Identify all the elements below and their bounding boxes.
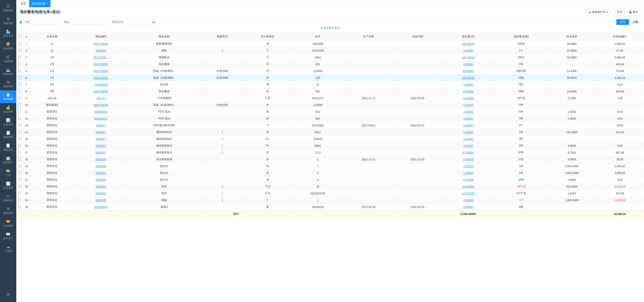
row-proddate xyxy=(344,136,393,142)
sidebar-item-wholesale[interactable]: 📦 批发管理 xyxy=(0,40,16,53)
row-checkbox[interactable] xyxy=(16,122,23,129)
row-name: 展板 xyxy=(127,47,201,54)
sidebar-item-ecommerce[interactable]: 💻 电商管理 xyxy=(0,65,16,78)
sidebar-item-guide[interactable]: 📖 新手引导 xyxy=(0,230,16,242)
row-batch: 1111 xyxy=(292,149,344,156)
row-unit: 米 xyxy=(244,61,292,68)
row-qtymain: 10.00000 xyxy=(442,88,494,95)
row-checkbox[interactable] xyxy=(16,54,23,61)
sidebar-item-tax[interactable]: 📑 税务管理 xyxy=(0,141,16,154)
tab-home[interactable]: 首页 xyxy=(18,0,29,7)
row-warehouse: 营营综仓 xyxy=(30,170,74,177)
search-button[interactable]: 查询 xyxy=(616,19,629,25)
row-checkbox[interactable] xyxy=(16,204,23,211)
row-warehouse: 11 xyxy=(30,47,74,54)
main-content: 首页 库存批次量 × 现存量查询(按仓库+批次) 🖨 按模板打印 ▾ ↑ 导出 xyxy=(16,0,644,302)
sidebar-item-hr[interactable]: 💵 工资 xyxy=(0,167,16,179)
row-checkbox[interactable] xyxy=(16,142,23,149)
row-qtypkg: -16千克 xyxy=(494,183,548,190)
row-checkbox[interactable] xyxy=(16,47,23,54)
row-expdate xyxy=(393,108,442,115)
row-checkbox[interactable] xyxy=(16,61,23,68)
row-batch: 20210901 xyxy=(292,122,344,129)
row-checkbox[interactable] xyxy=(16,129,23,136)
sidebar-item-invoice[interactable]: 🧾 发票管理 xyxy=(0,128,16,141)
row-checkbox[interactable] xyxy=(16,177,23,183)
row-unit: 千克 xyxy=(244,95,292,102)
row-code: 0023-00005 xyxy=(74,68,127,75)
row-checkbox[interactable] xyxy=(16,95,23,102)
row-checkbox[interactable] xyxy=(16,197,23,204)
row-checkbox[interactable] xyxy=(16,75,23,81)
col-spec: 规格型号 xyxy=(201,33,244,41)
sidebar-item-general[interactable]: 📊 总账管理 xyxy=(0,116,16,128)
row-checkbox[interactable] xyxy=(16,136,23,142)
system-icon: ⚙ xyxy=(6,207,10,211)
row-expdate xyxy=(393,41,442,47)
sidebar-item-retail[interactable]: 🏪 零售管理 xyxy=(0,27,16,40)
row-unit: 米 xyxy=(244,177,292,183)
sidebar-item-purchase[interactable]: 🛍 采购管理 xyxy=(0,78,16,90)
filter-dots-2: ... xyxy=(108,21,110,24)
sidebar-item-inventory[interactable]: 📋 库存核查 xyxy=(0,90,16,103)
row-checkbox[interactable] xyxy=(16,170,23,177)
row-proddate xyxy=(344,177,393,183)
row-checkbox[interactable] xyxy=(16,149,23,156)
row-name: 测试电管批次 xyxy=(127,129,201,136)
row-qtypkg: 0件 xyxy=(494,136,548,142)
filter-settings-button[interactable]: 设置 xyxy=(631,19,640,25)
sidebar-item-label: 系统管理 xyxy=(3,211,13,215)
row-cost: 333.0000 xyxy=(548,183,596,190)
sidebar-item-ops[interactable]: 📈 经营管理 xyxy=(0,179,16,192)
row-checkbox[interactable] xyxy=(16,68,23,75)
row-checkbox[interactable] xyxy=(16,41,23,47)
row-name: 多头黑色软线 xyxy=(127,156,201,163)
sidebar-item-assets[interactable]: 💰 资金管理 xyxy=(0,103,16,116)
row-expdate xyxy=(393,163,442,170)
row-proddate xyxy=(344,75,393,81)
row-code: 001000031 xyxy=(74,204,127,211)
row-seq: 8 xyxy=(23,88,30,95)
expand-filter-btn[interactable]: ▼ 展开更多条件 xyxy=(320,26,340,30)
sidebar-item-quicknav[interactable]: ⊞ 快捷导航 xyxy=(0,15,16,27)
sidebar-item-basic[interactable]: 🗃 基础信息 xyxy=(0,192,16,204)
category-select[interactable] xyxy=(124,20,156,25)
filter-arrow-btn[interactable]: ▶ xyxy=(20,20,22,24)
row-spec xyxy=(201,170,244,177)
summary-amount: 32,589.05 xyxy=(596,210,644,218)
row-checkbox[interactable] xyxy=(16,102,23,108)
row-warehouse: 1号 xyxy=(30,61,74,68)
tab-inventory[interactable]: 库存批次量 × xyxy=(29,0,51,7)
sidebar-settings[interactable]: ⚙ xyxy=(6,290,11,299)
display-button[interactable]: ▦ 显示 xyxy=(626,9,640,15)
sidebar-item-menu[interactable]: ☰ 搜索菜单 xyxy=(0,2,16,15)
row-checkbox[interactable] xyxy=(16,163,23,170)
warehouse-input[interactable] xyxy=(31,20,58,25)
sidebar-item-fixed[interactable]: 🏢 固定资产 xyxy=(0,154,16,167)
row-batch: 123 xyxy=(292,75,344,81)
sidebar-item-system[interactable]: ⚙ 系统管理 xyxy=(0,204,16,217)
row-spec: 1 xyxy=(201,129,244,136)
row-batch: 210423 xyxy=(292,136,344,142)
sidebar-item-cloud[interactable]: ☁ 云应用 xyxy=(0,242,16,255)
export-button[interactable]: ↑ 导出 xyxy=(612,9,625,15)
row-checkbox[interactable] xyxy=(16,156,23,163)
table-row: 15 营营综仓 0000017 测试电管批次 1 件 210423 0.0000… xyxy=(16,136,644,142)
row-checkbox[interactable] xyxy=(16,115,23,122)
goods-input[interactable] xyxy=(70,20,106,25)
sidebar-item-collab[interactable]: 🤝 企业协同 xyxy=(0,217,16,230)
tab-close-btn[interactable]: × xyxy=(46,0,48,7)
print-button[interactable]: 🖨 按模板打印 ▾ xyxy=(586,9,610,15)
row-spec xyxy=(201,177,244,183)
table-row: 14 营营综仓 0000017 测试电管批次 1 件 0001 2.00000 … xyxy=(16,129,644,136)
col-name: 商品名称 xyxy=(127,33,201,41)
sidebar-item-ministore[interactable]: 🛒 小板电商 xyxy=(0,53,16,65)
row-checkbox[interactable] xyxy=(16,108,23,115)
select-all-checkbox[interactable] xyxy=(18,35,21,38)
row-warehouse: 营营综仓 xyxy=(30,122,74,129)
row-checkbox[interactable] xyxy=(16,190,23,197)
row-checkbox[interactable] xyxy=(16,81,23,88)
row-checkbox[interactable] xyxy=(16,183,23,190)
row-checkbox[interactable] xyxy=(16,88,23,95)
row-unit: 支 xyxy=(244,156,292,163)
